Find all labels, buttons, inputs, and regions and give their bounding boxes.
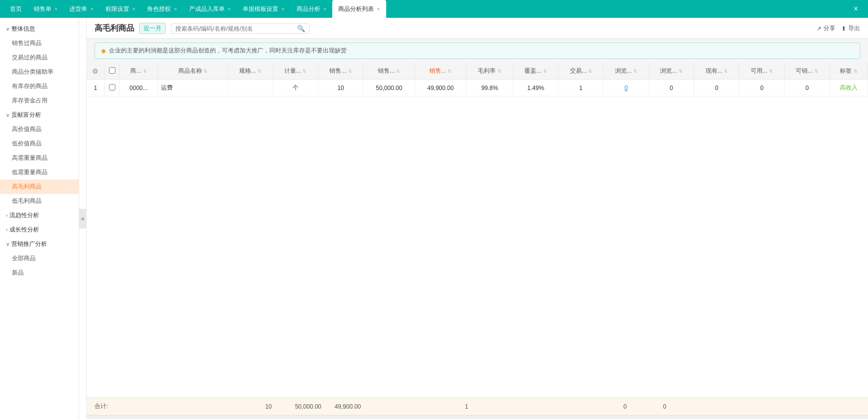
th-code[interactable]: 商... ⇅ [119, 63, 158, 80]
th-sales-qty[interactable]: 销售... ⇅ [318, 63, 363, 80]
th-browse2[interactable]: 浏览... ⇅ [649, 63, 694, 80]
sidebar-group-wealth-analysis[interactable]: ∨ 贡献富分析 [0, 108, 79, 122]
th-saleable[interactable]: 可销... ⇅ [784, 63, 829, 80]
date-filter-button[interactable]: 近一月 [139, 23, 166, 34]
th-sales-cost[interactable]: 销售... ⇅ [415, 63, 466, 80]
share-button[interactable]: ↗ 分享 [817, 24, 835, 33]
th-name[interactable]: 商品名称 ⇅ [158, 63, 228, 80]
sort-icon-sales-qty: ⇅ [348, 69, 352, 74]
row-gross-rate: 99.8% [466, 80, 513, 96]
nav-close-bill-template[interactable]: × [281, 6, 284, 12]
nav-product-analysis-list[interactable]: 商品分析列表 × [332, 0, 386, 18]
sidebar-item-low-margin[interactable]: 低毛利商品 [0, 194, 79, 208]
row-browse2: 0 [649, 80, 694, 96]
th-coverage[interactable]: 覆盖... ⇅ [513, 63, 558, 80]
nav-close-purchase-order[interactable]: × [90, 6, 93, 12]
sidebar-item-low-value[interactable]: 低价值商品 [0, 137, 79, 151]
th-gross-rate[interactable]: 毛利率 ⇅ [466, 63, 513, 80]
nav-purchase-order[interactable]: 进货单 × [63, 0, 99, 18]
bottom-scrollbar[interactable] [87, 415, 868, 419]
window-close-button[interactable]: × [848, 0, 864, 18]
select-all-checkbox[interactable] [109, 67, 115, 74]
sidebar-group-marketing[interactable]: ∨ 营销推广分析 [0, 237, 79, 251]
th-browse2-label: 浏览... [660, 67, 677, 74]
th-trade[interactable]: 交易... ⇅ [559, 63, 604, 80]
header-right: ↗ 分享 ⬆ 导出 [817, 24, 860, 33]
th-gear[interactable]: ⚙ [87, 63, 104, 80]
sort-icon-tag: ⇅ [854, 69, 858, 74]
th-coverage-label: 覆盖... [524, 67, 541, 74]
th-available[interactable]: 可用... ⇅ [739, 63, 784, 80]
sidebar-item-new-goods[interactable]: 新品 [0, 266, 79, 280]
settings-icon[interactable]: ⚙ [92, 67, 99, 75]
nav-close-product-entry[interactable]: × [228, 6, 231, 12]
nav-product-analysis[interactable]: 商品分析 × [291, 0, 332, 18]
th-browse1[interactable]: 浏览... ⇅ [604, 63, 649, 80]
nav-close-product-analysis[interactable]: × [323, 6, 326, 12]
sort-icon-trade: ⇅ [588, 69, 592, 74]
sort-icon-browse2: ⇅ [679, 69, 683, 74]
th-browse1-label: 浏览... [615, 67, 632, 74]
sidebar-item-in-stock-goods[interactable]: 有库存的商品 [0, 79, 79, 93]
th-sales-amount[interactable]: 销售... ⇅ [363, 63, 415, 80]
nav-product-entry[interactable]: 产成品入库单 × [183, 0, 237, 18]
sidebar-item-high-margin[interactable]: 高毛利商品 [0, 180, 79, 194]
nav-permission-settings[interactable]: 权限设置 × [100, 0, 141, 18]
sidebar-item-sales-goods[interactable]: 销售过商品 [0, 36, 79, 50]
sort-icon-spec: ⇅ [257, 69, 261, 74]
page-title: 高毛利商品 [95, 23, 134, 34]
th-spec-label: 规格... [239, 67, 256, 74]
sidebar-group-overall[interactable]: ∨ 整体信息 [0, 22, 79, 36]
sidebar-collapse-button[interactable]: « [79, 209, 86, 229]
row-unit: 个 [273, 80, 318, 96]
nav-sales-order[interactable]: 销售单 × [28, 0, 63, 18]
nav-close-role[interactable]: × [174, 6, 177, 12]
th-tag-label: 标签 [840, 67, 852, 74]
sort-icon-current: ⇅ [724, 69, 728, 74]
th-current[interactable]: 现有... ⇅ [694, 63, 739, 80]
sort-icon-name: ⇅ [204, 69, 207, 74]
row-trade: 1 [559, 80, 604, 96]
footer-empty5 [526, 403, 565, 410]
th-spec[interactable]: 规格... ⇅ [228, 63, 273, 80]
nav-bill-template[interactable]: 单据模板设置 × [237, 0, 290, 18]
row-sales-amount: 50,000.00 [363, 80, 415, 96]
th-name-label: 商品名称 [178, 67, 202, 74]
nav-close-sales-order[interactable]: × [54, 6, 57, 12]
row-saleable: 0 [784, 80, 829, 96]
sidebar-item-traded-goods[interactable]: 交易过的商品 [0, 50, 79, 65]
sidebar-group-growth-analysis[interactable]: › 成长性分析 [0, 223, 79, 237]
th-checkbox [104, 63, 119, 80]
footer-empty [118, 403, 249, 410]
nav-role-permission[interactable]: 角色授权 × [141, 0, 183, 18]
footer-available: 0 [605, 403, 645, 410]
th-tag[interactable]: 标签 ⇅ [830, 63, 868, 80]
sidebar-item-high-value[interactable]: 高价值商品 [0, 122, 79, 137]
search-input[interactable] [175, 25, 295, 32]
sidebar-item-capital-occupation[interactable]: 库存资金占用 [0, 93, 79, 108]
nav-close-permission[interactable]: × [132, 6, 135, 12]
arrow-down-icon: ∨ [6, 26, 9, 32]
sidebar-item-low-freq[interactable]: 低需重量商品 [0, 165, 79, 180]
row-checkbox[interactable] [109, 84, 115, 91]
main-layout: ∨ 整体信息 销售过商品 交易过的商品 商品分类辅助率 有库存的商品 库存资金占… [0, 18, 868, 419]
export-button[interactable]: ⬆ 导出 [841, 24, 860, 33]
sidebar-item-analysis-assist[interactable]: 商品分类辅助率 [0, 65, 79, 79]
search-icon[interactable]: 🔍 [297, 25, 305, 32]
nav-home[interactable]: 首页 [4, 0, 28, 18]
row-code: 0000... [119, 80, 158, 96]
row-browse1[interactable]: 0 [604, 80, 649, 96]
footer-trade: 1 [447, 403, 486, 410]
sidebar-group-flow-analysis[interactable]: › 流趋性分析 [0, 208, 79, 223]
arrow-down-icon-2: ∨ [6, 112, 9, 118]
sidebar-item-all-goods[interactable]: 全部商品 [0, 251, 79, 266]
info-banner: ◆ 企业的主要的利润都是这部分商品创造的，可考虑加大推广，同时关注库存是不要出现… [95, 43, 860, 59]
th-unit[interactable]: 计量... ⇅ [273, 63, 318, 80]
sidebar-item-high-freq[interactable]: 高需重量商品 [0, 151, 79, 165]
nav-close-product-analysis-list[interactable]: × [377, 6, 380, 12]
share-icon: ↗ [817, 25, 821, 32]
th-sales-amount-label: 销售... [378, 67, 395, 74]
content-header: 高毛利商品 近一月 🔍 ↗ 分享 ⬆ 导出 [87, 18, 868, 39]
footer-sales-qty: 10 [249, 403, 288, 410]
data-table-wrapper: ⚙ 商... ⇅ 商品名称 ⇅ [87, 63, 868, 397]
